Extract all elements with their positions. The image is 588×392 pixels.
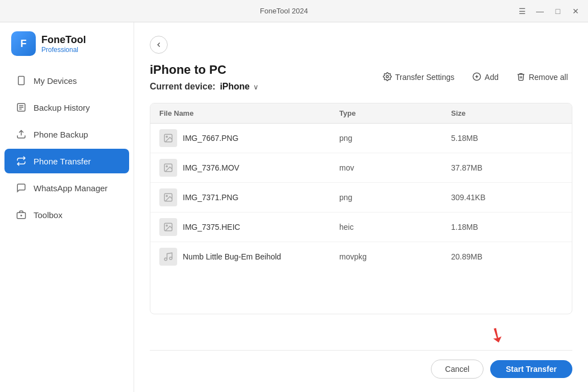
file-cell: IMG_7375.HEIC: [159, 218, 339, 236]
current-device-label: Current device:: [150, 82, 215, 92]
toolbox-icon: [16, 209, 27, 220]
col-type: Type: [339, 109, 451, 117]
arrow-indicator: ➘: [150, 323, 572, 347]
sidebar-label-phone-transfer: Phone Transfer: [34, 157, 91, 166]
title-bar-title: FoneTool 2024: [51, 7, 516, 15]
sidebar-item-phone-backup[interactable]: Phone Backup: [4, 122, 129, 147]
close-button[interactable]: ✕: [570, 6, 581, 17]
file-cell: IMG_7376.MOV: [159, 159, 339, 177]
main-content: iPhone to PC Current device: iPhone ∨: [134, 22, 588, 392]
file-type: png: [339, 134, 451, 143]
transfer-settings-button[interactable]: Transfer Settings: [378, 70, 459, 85]
maximize-button[interactable]: □: [552, 6, 563, 17]
brand-text: FoneTool Professional: [41, 34, 86, 54]
transfer-settings-label: Transfer Settings: [395, 73, 454, 82]
sidebar-label-my-devices: My Devices: [34, 76, 77, 86]
sidebar-label-toolbox: Toolbox: [34, 210, 63, 220]
content-header: iPhone to PC Current device: iPhone ∨: [150, 63, 572, 92]
brand: F FoneTool Professional: [0, 31, 134, 67]
file-size: 20.89MB: [451, 252, 563, 261]
file-type: mov: [339, 163, 451, 172]
settings-icon: [383, 72, 392, 83]
file-table: File Name Type Size IMG_7667.PNG: [150, 103, 572, 314]
svg-rect-0: [18, 77, 25, 85]
start-transfer-button[interactable]: Start Transfer: [490, 360, 572, 378]
sidebar-item-whatsapp-manager[interactable]: WhatsApp Manager: [4, 176, 129, 200]
brand-name: FoneTool: [41, 34, 86, 46]
sidebar-label-whatsapp-manager: WhatsApp Manager: [34, 183, 108, 193]
file-size: 5.18MB: [451, 134, 563, 143]
col-filename: File Name: [159, 109, 339, 117]
brand-edition: Professional: [41, 46, 86, 54]
file-size: 309.41KB: [451, 193, 563, 202]
file-size: 37.87MB: [451, 163, 563, 172]
table-header: File Name Type Size: [150, 103, 572, 124]
add-button[interactable]: Add: [468, 70, 503, 85]
brand-logo: F: [11, 31, 36, 56]
app-body: F FoneTool Professional My Devices: [0, 22, 588, 392]
sidebar-item-my-devices[interactable]: My Devices: [4, 68, 129, 93]
trash-icon: [516, 72, 525, 83]
col-size: Size: [451, 109, 563, 117]
file-thumb-image: [159, 159, 177, 177]
page-title: iPhone to PC: [150, 63, 259, 77]
title-bar: FoneTool 2024 ☰ — □ ✕: [0, 0, 588, 22]
file-type: heic: [339, 223, 451, 232]
file-thumb-image: [159, 129, 177, 147]
sidebar: F FoneTool Professional My Devices: [0, 22, 134, 392]
minimize-button[interactable]: —: [534, 6, 546, 17]
menu-button[interactable]: ☰: [516, 6, 528, 17]
file-name: IMG_7376.MOV: [183, 163, 239, 172]
device-dropdown[interactable]: iPhone ∨: [220, 82, 258, 92]
chevron-down-icon: ∨: [253, 83, 259, 91]
file-cell: IMG_7667.PNG: [159, 129, 339, 147]
svg-point-22: [164, 258, 167, 261]
svg-point-15: [166, 136, 167, 137]
file-size: 1.18MB: [451, 223, 563, 232]
table-row[interactable]: IMG_7375.HEIC heic 1.18MB: [150, 212, 572, 242]
title-bar-controls: ☰ — □ ✕: [516, 6, 581, 17]
file-cell: Numb Little Bug-Em Beihold: [159, 248, 339, 266]
whatsapp-icon: [16, 182, 27, 193]
svg-point-21: [166, 225, 167, 226]
sidebar-item-toolbox[interactable]: Toolbox: [4, 202, 129, 227]
red-arrow-icon: ➘: [484, 320, 510, 349]
page-title-area: iPhone to PC Current device: iPhone ∨: [150, 63, 259, 92]
table-row[interactable]: IMG_7371.PNG png 309.41KB: [150, 183, 572, 212]
sidebar-item-backup-history[interactable]: Backup History: [4, 95, 129, 120]
file-name: IMG_7371.PNG: [183, 193, 239, 202]
sidebar-label-phone-backup: Phone Backup: [34, 130, 88, 139]
sidebar-label-backup-history: Backup History: [34, 103, 90, 112]
table-row[interactable]: Numb Little Bug-Em Beihold movpkg 20.89M…: [150, 242, 572, 271]
file-thumb-image: [159, 218, 177, 236]
add-icon: [472, 72, 481, 83]
bottom-bar: Cancel Start Transfer: [150, 350, 572, 379]
table-row[interactable]: IMG_7667.PNG png 5.18MB: [150, 124, 572, 153]
file-thumb-image: [159, 188, 177, 206]
add-label: Add: [485, 73, 499, 82]
content-top: [150, 36, 572, 54]
backup-icon: [16, 129, 27, 140]
svg-point-10: [386, 75, 388, 78]
back-button[interactable]: [150, 36, 168, 54]
file-type: png: [339, 193, 451, 202]
file-name: IMG_7667.PNG: [183, 134, 239, 143]
svg-point-19: [166, 195, 167, 196]
history-icon: [16, 102, 27, 113]
file-thumb-music: [159, 248, 177, 266]
header-actions: Transfer Settings Add: [378, 70, 572, 85]
svg-point-23: [169, 257, 172, 260]
device-name: iPhone: [220, 82, 249, 92]
current-device-row: Current device: iPhone ∨: [150, 82, 259, 92]
transfer-icon: [16, 155, 27, 167]
device-icon: [16, 75, 27, 86]
file-name: IMG_7375.HEIC: [183, 223, 240, 232]
table-row[interactable]: IMG_7376.MOV mov 37.87MB: [150, 153, 572, 183]
remove-all-label: Remove all: [529, 73, 568, 82]
svg-point-17: [166, 166, 167, 167]
remove-all-button[interactable]: Remove all: [512, 70, 572, 85]
file-name: Numb Little Bug-Em Beihold: [183, 252, 281, 261]
sidebar-item-phone-transfer[interactable]: Phone Transfer: [4, 149, 129, 173]
cancel-button[interactable]: Cancel: [431, 360, 483, 379]
file-type: movpkg: [339, 252, 451, 261]
